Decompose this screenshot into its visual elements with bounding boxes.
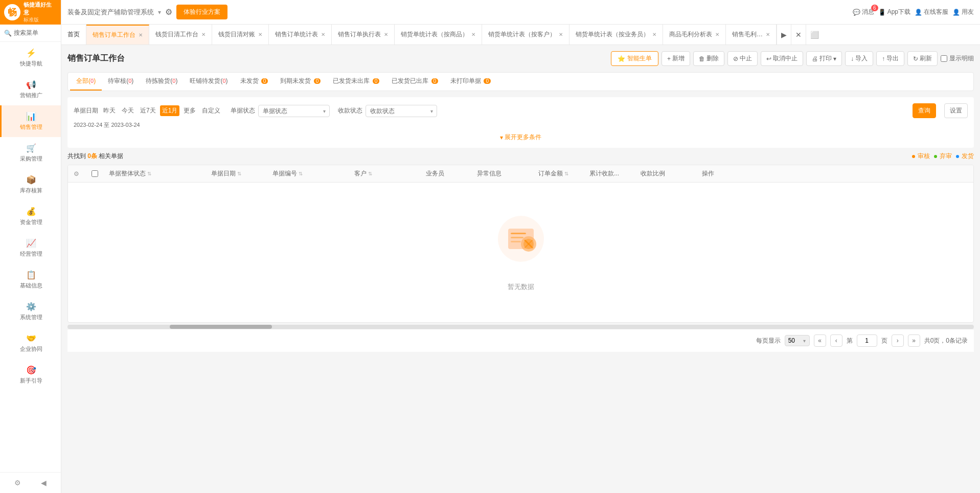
smart-create-btn[interactable]: ⭐ 智能生单 [611,51,658,66]
collapse-btn[interactable]: ◀ [39,477,49,489]
stop-btn[interactable]: ⊘ 中止 [727,51,758,66]
refresh-btn[interactable]: ↻ 刷新 [907,51,938,66]
cancel-audit-action-link[interactable]: 弃审 [934,152,952,161]
online-service-btn[interactable]: 👤 在线客服 [915,8,948,16]
tab-margin-analysis[interactable]: 商品毛利分析表 ✕ [663,25,726,45]
date-opt-more[interactable]: 更多 [181,105,198,116]
audit-action-link[interactable]: 审核 [912,152,930,161]
date-opt-custom[interactable]: 自定义 [200,105,222,116]
ship-action-link[interactable]: 发货 [956,152,974,161]
sort-amount[interactable]: ⇅ [564,171,568,176]
sidebar-item-quick-nav[interactable]: ⚡ 快捷导航 [0,42,61,74]
sidebar-item-collab[interactable]: 🤝 企业协同 [0,327,61,359]
tab-close-all[interactable]: ✕ [791,25,806,45]
show-detail-input[interactable] [941,55,947,62]
setting-filter-btn[interactable]: 设置 [944,103,968,118]
tab-scroll-right[interactable]: ▶ [777,25,791,45]
tab-close-daily-reconcile[interactable]: ✕ [258,32,262,37]
page-size-wrapper: 50 100 200 [785,335,810,346]
horizontal-scrollbar[interactable] [67,325,974,329]
sub-tab-all[interactable]: 全部(0) [70,73,102,91]
sort-date[interactable]: ⇅ [237,171,241,176]
date-opt-today[interactable]: 今天 [120,105,136,116]
delete-btn[interactable]: 🗑 删除 [693,51,724,66]
sub-tab-pending-inspect[interactable]: 待拣验货(0) [140,73,184,91]
expand-conditions-btn[interactable]: ▾ 展开更多条件 [500,133,541,142]
tab-close-sales-margin[interactable]: ✕ [766,32,770,37]
sub-tab-shipped-out[interactable]: 已发货已出库 0 [385,73,444,91]
page-number-input[interactable] [857,334,877,347]
date-opt-yesterday[interactable]: 昨天 [101,105,118,116]
new-btn[interactable]: + 新增 [662,51,690,66]
tab-sales-order[interactable]: 销售订单工作台 ✕ [86,25,149,45]
date-opt-1month[interactable]: 近1月 [160,105,180,116]
date-filter: 单据日期 昨天 今天 近7天 近1月 更多 自定义 [74,105,222,116]
sub-tab-unshipped[interactable]: 未发货 0 [234,73,275,91]
cancel-stop-btn[interactable]: ↩ 取消中止 [761,51,803,66]
status-filter: 单据状态 单据状态 [231,105,330,117]
show-detail-checkbox[interactable]: 显示明细 [941,54,974,63]
tab-close-order-stats[interactable]: ✕ [321,32,325,37]
first-page-btn[interactable]: « [814,334,826,347]
industry-btn[interactable]: 体验行业方案 [176,5,227,19]
tab-goods-stats[interactable]: 销货单统计表（按商品） ✕ [395,25,482,45]
sub-tab-pending-audit[interactable]: 待审核(0) [102,73,140,91]
sidebar-item-system[interactable]: ⚙️ 系统管理 [0,296,61,327]
message-btn[interactable]: 💬 消息 6 [853,8,874,16]
sort-customer[interactable]: ⇅ [368,171,372,176]
tab-home[interactable]: 首页 [61,25,86,45]
sidebar-item-search[interactable]: 🔍 搜索菜单 [0,25,61,42]
user-btn[interactable]: 👤 用友 [952,8,974,16]
tab-close-order-exec[interactable]: ✕ [384,32,388,37]
sidebar-item-purchase[interactable]: 🛒 采购管理 [0,137,61,169]
import-btn[interactable]: ↓ 导入 [845,51,873,66]
sub-tab-overdue-unshipped[interactable]: 到期未发货 0 [274,73,327,91]
sub-tab-shipped-not-out[interactable]: 已发货未出库 0 [327,73,385,91]
dropdown-arrow[interactable]: ▾ [158,9,161,16]
sort-status[interactable]: ⇅ [147,171,151,176]
tab-close-goods-stats[interactable]: ✕ [471,32,475,37]
tab-maximize[interactable]: ⬜ [806,25,823,45]
th-checkbox[interactable] [84,170,105,177]
sub-tab-wangpu-ship[interactable]: 旺铺待发货(0) [184,73,234,91]
collab-icon: 🤝 [26,333,36,343]
settings-icon[interactable]: ⚙ [165,7,172,17]
sidebar-item-inventory[interactable]: 📦 库存核算 [0,169,61,200]
status-select[interactable]: 单据状态 [258,105,330,117]
date-opt-7days[interactable]: 近7天 [138,105,158,116]
tab-close-salesman-stats[interactable]: ✕ [652,32,656,37]
tab-order-exec[interactable]: 销售订单执行表 ✕ [332,25,395,45]
print-btn[interactable]: 🖨 打印 ▾ [806,51,842,66]
last-page-btn[interactable]: » [908,334,920,347]
sidebar-item-basic-info[interactable]: 📋 基础信息 [0,264,61,296]
next-page-btn[interactable]: › [892,334,904,347]
tab-close-margin[interactable]: ✕ [715,32,719,37]
tab-daily-reconcile[interactable]: 钱货日清对账 ✕ [212,25,269,45]
search-btn[interactable]: 查询 [913,103,936,118]
settings-bottom-btn[interactable]: ⚙ [12,477,23,489]
collection-select[interactable]: 收款状态 [366,105,437,117]
sidebar-item-marketing[interactable]: 📢 营销推广 [0,74,61,105]
select-all-checkbox[interactable] [92,170,98,177]
tab-salesman-stats[interactable]: 销货单统计表（按业务员） ✕ [569,25,663,45]
export-btn[interactable]: ↑ 导出 [876,51,904,66]
app-download-btn[interactable]: 📱 App下载 [878,8,910,16]
prev-page-btn[interactable]: ‹ [830,334,842,347]
th-date: 单据日期 ⇅ [207,169,268,178]
print-icon: 🖨 [812,55,818,62]
sidebar-item-finance[interactable]: 💰 资金管理 [0,200,61,232]
tab-close-sales-order[interactable]: ✕ [139,32,143,38]
sub-tab-unprinted[interactable]: 未打印单据 0 [444,73,497,91]
tab-close-customer-stats[interactable]: ✕ [559,32,563,37]
th-settings[interactable]: ⚙ [68,170,84,177]
tab-sales-margin[interactable]: 销售毛利… ✕ [726,25,777,45]
tab-customer-stats[interactable]: 销货单统计表（按客户） ✕ [482,25,569,45]
tab-close-daily-clear[interactable]: ✕ [201,32,206,37]
sidebar-item-operations[interactable]: 📈 经营管理 [0,232,61,264]
tab-daily-clear[interactable]: 钱货日清工作台 ✕ [149,25,212,45]
sidebar-item-sales[interactable]: 📊 销售管理 [0,105,61,137]
page-size-select[interactable]: 50 100 200 [785,335,810,346]
sidebar-item-guide[interactable]: 🎯 新手引导 [0,359,61,391]
sort-number[interactable]: ⇅ [299,171,303,176]
tab-order-stats[interactable]: 销售订单统计表 ✕ [269,25,332,45]
